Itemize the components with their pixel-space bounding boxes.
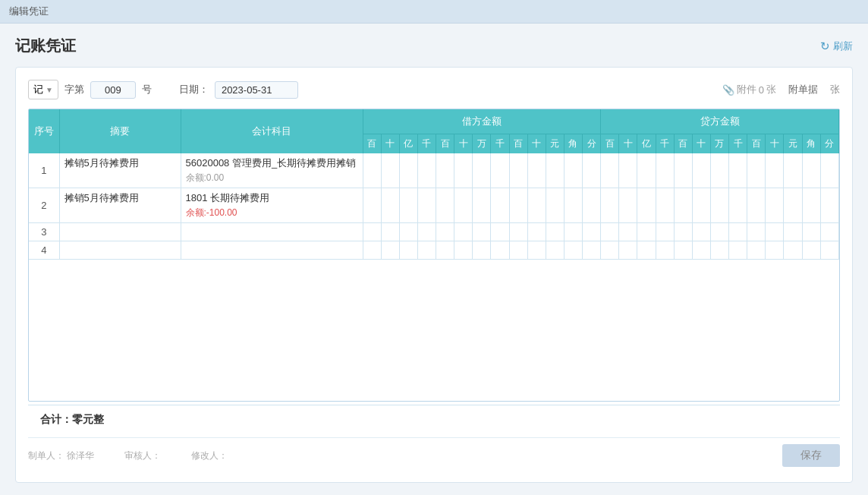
debit-amount-cell[interactable] [381,188,399,223]
row-account[interactable]: 56020008 管理费用_长期待摊费用摊销余额:0.00 [181,153,363,188]
credit-amount-cell[interactable] [619,223,637,241]
debit-amount-cell[interactable] [454,241,473,260]
debit-amount-cell[interactable] [417,241,436,260]
credit-amount-cell[interactable] [802,153,820,188]
credit-amount-cell[interactable] [784,153,802,188]
credit-amount-cell[interactable] [802,188,820,223]
credit-amount-cell[interactable] [619,241,637,260]
debit-amount-cell[interactable] [417,188,436,223]
credit-amount-cell[interactable] [766,153,784,188]
voucher-number-input[interactable] [90,81,136,99]
debit-amount-cell[interactable] [546,188,564,223]
attachment-link[interactable]: 📎 附件 0 张 [722,83,776,96]
debit-amount-cell[interactable] [491,241,509,260]
debit-amount-cell[interactable] [454,223,473,241]
debit-amount-cell[interactable] [564,223,582,241]
debit-amount-cell[interactable] [564,241,582,260]
credit-amount-cell[interactable] [619,153,637,188]
refresh-button[interactable]: ↻ 刷新 [820,39,853,53]
debit-amount-cell[interactable] [436,153,454,188]
debit-amount-cell[interactable] [399,188,417,223]
credit-amount-cell[interactable] [601,241,619,260]
debit-amount-cell[interactable] [546,223,564,241]
credit-amount-cell[interactable] [766,188,784,223]
credit-amount-cell[interactable] [674,153,692,188]
credit-amount-cell[interactable] [784,241,802,260]
debit-amount-cell[interactable] [509,241,527,260]
debit-amount-cell[interactable] [583,241,601,260]
row-summary[interactable] [59,223,181,241]
debit-amount-cell[interactable] [363,188,381,223]
credit-amount-cell[interactable] [674,241,692,260]
debit-amount-cell[interactable] [399,153,417,188]
credit-amount-cell[interactable] [820,153,838,188]
debit-amount-cell[interactable] [527,188,546,223]
debit-amount-cell[interactable] [583,153,601,188]
credit-amount-cell[interactable] [656,188,674,223]
row-summary[interactable]: 摊销5月待摊费用 [59,153,181,188]
credit-amount-cell[interactable] [820,223,838,241]
credit-amount-cell[interactable] [710,188,728,223]
voucher-type-dropdown[interactable]: 记 ▼ [28,80,58,99]
credit-amount-cell[interactable] [784,188,802,223]
table-scroll-container[interactable]: 序号 摘要 会计科目 借方金额 贷方金额 百十亿千百十万千百十元角分百十亿千百十… [29,109,839,260]
debit-amount-cell[interactable] [491,223,509,241]
debit-amount-cell[interactable] [363,153,381,188]
credit-amount-cell[interactable] [802,241,820,260]
debit-amount-cell[interactable] [417,223,436,241]
debit-amount-cell[interactable] [509,223,527,241]
credit-amount-cell[interactable] [637,188,656,223]
credit-amount-cell[interactable] [656,241,674,260]
debit-amount-cell[interactable] [564,153,582,188]
credit-amount-cell[interactable] [710,153,728,188]
debit-amount-cell[interactable] [491,153,509,188]
debit-amount-cell[interactable] [473,241,491,260]
debit-amount-cell[interactable] [546,241,564,260]
debit-amount-cell[interactable] [491,188,509,223]
debit-amount-cell[interactable] [509,188,527,223]
save-button[interactable]: 保存 [782,444,840,467]
credit-amount-cell[interactable] [692,223,710,241]
credit-amount-cell[interactable] [619,188,637,223]
credit-amount-cell[interactable] [637,241,656,260]
row-summary[interactable] [59,241,181,260]
debit-amount-cell[interactable] [381,153,399,188]
credit-amount-cell[interactable] [729,188,747,223]
debit-amount-cell[interactable] [436,241,454,260]
credit-amount-cell[interactable] [601,153,619,188]
debit-amount-cell[interactable] [436,223,454,241]
debit-amount-cell[interactable] [546,153,564,188]
credit-amount-cell[interactable] [729,223,747,241]
credit-amount-cell[interactable] [747,188,766,223]
credit-amount-cell[interactable] [692,188,710,223]
debit-amount-cell[interactable] [527,223,546,241]
debit-amount-cell[interactable] [583,223,601,241]
debit-amount-cell[interactable] [527,241,546,260]
credit-amount-cell[interactable] [729,241,747,260]
credit-amount-cell[interactable] [766,241,784,260]
debit-amount-cell[interactable] [473,153,491,188]
debit-amount-cell[interactable] [583,188,601,223]
credit-amount-cell[interactable] [656,223,674,241]
debit-amount-cell[interactable] [454,153,473,188]
debit-amount-cell[interactable] [381,241,399,260]
credit-amount-cell[interactable] [820,188,838,223]
credit-amount-cell[interactable] [747,223,766,241]
attachment-sheets[interactable]: 附单据 [788,83,818,96]
debit-amount-cell[interactable] [363,223,381,241]
credit-amount-cell[interactable] [802,223,820,241]
credit-amount-cell[interactable] [710,223,728,241]
credit-amount-cell[interactable] [637,153,656,188]
row-summary[interactable]: 摊销5月待摊费用 [59,188,181,223]
credit-amount-cell[interactable] [656,153,674,188]
debit-amount-cell[interactable] [381,223,399,241]
credit-amount-cell[interactable] [674,223,692,241]
credit-amount-cell[interactable] [820,241,838,260]
debit-amount-cell[interactable] [363,241,381,260]
debit-amount-cell[interactable] [527,153,546,188]
credit-amount-cell[interactable] [729,153,747,188]
debit-amount-cell[interactable] [399,223,417,241]
debit-amount-cell[interactable] [509,153,527,188]
credit-amount-cell[interactable] [747,153,766,188]
debit-amount-cell[interactable] [454,188,473,223]
